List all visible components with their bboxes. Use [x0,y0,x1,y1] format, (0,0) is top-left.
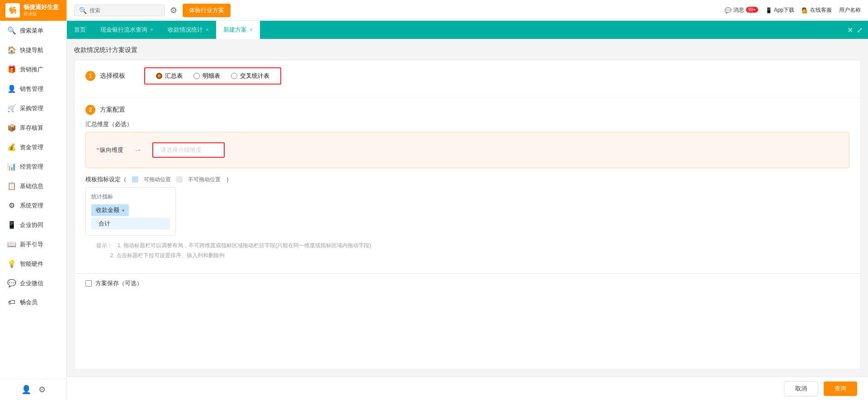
metrics-setting-close-paren: ） [226,175,232,184]
footer-bar: 取消 查询 [67,376,868,400]
query-button[interactable]: 查询 [824,381,857,396]
tip-text-1: 1. 拖动标题栏可以调整布局，不可跨维度或指标区域拖动栏目字段(只能在同一维度或… [118,241,371,251]
tab-bank-flow[interactable]: 现金银行流水查询 × [93,21,160,39]
sidebar-item-label: 销售管理 [20,85,43,93]
member-icon: 🏷 [7,298,16,306]
logo-badge: 标准版 [24,11,59,17]
sidebar-item-search-menu[interactable]: 🔍 搜索菜单 [0,21,66,40]
search-input[interactable] [90,7,148,14]
sidebar-item-quick-nav[interactable]: 🏠 快捷导航 [0,40,66,60]
marketing-icon: 🎁 [7,65,16,74]
save-checkbox[interactable] [85,280,92,287]
sidebar-item-corp-wechat[interactable]: 💬 企业微信 [0,273,66,293]
metrics-section: 模板指标设定（ 可拖动位置 不可拖动位置 ） 统计指标 收款金额 [85,175,849,235]
dimension-arrow-icon: → [134,146,142,154]
sidebar-item-smart-hw[interactable]: 💡 智能硬件 [0,254,66,273]
close-window-icon[interactable]: ✕ [847,26,853,34]
corp-wechat-icon: 💬 [7,279,16,287]
smart-hw-icon: 💡 [7,259,16,268]
download-button[interactable]: 📱 App下载 [765,6,794,14]
search-bar[interactable]: 🔍 [74,5,165,16]
tab-bank-flow-close[interactable]: × [150,27,153,33]
sys-manage-icon: ⚙ [7,201,16,210]
sidebar-item-collab[interactable]: 📱 企业协同 [0,215,66,235]
tab-new-plan-label: 新建方案 [223,26,247,34]
step1-title: 选择模板 [100,72,125,80]
sidebar-item-sales[interactable]: 👤 销售管理 [0,79,66,99]
save-section: 方案保存（可选） [75,273,860,293]
tab-collect-stat[interactable]: 收款情况统计 × [160,21,216,39]
top-header: 🔍 ⚙ 体验行业方案 💬 消息 99+ 📱 App下载 💁 在线客服 用户名称 [67,0,868,21]
sidebar-item-basic-info[interactable]: 📋 基础信息 [0,176,66,196]
radio-summary[interactable]: 汇总表 [156,72,183,80]
radio-detail-input[interactable] [193,73,200,79]
template-select-box: 汇总表 明细表 交叉统计表 [144,67,281,85]
sidebar-item-label: 新手引导 [20,240,43,249]
quick-nav-icon: 🏠 [7,46,16,54]
sidebar-footer: 👤 ⚙ [0,379,66,400]
page-content: 收款情况统计方案设置 1 选择模板 汇总表 明细表 [67,39,868,376]
gear-button[interactable]: ⚙ [170,5,177,15]
trial-button[interactable]: 体验行业方案 [183,4,231,17]
sidebar-item-label: 系统管理 [20,202,43,210]
sidebar-item-new-guide[interactable]: 📖 新手引导 [0,235,66,254]
sidebar-item-member[interactable]: 🏷 畅会员 [0,293,66,312]
draggable-label: 可拖动位置 [144,176,171,184]
sales-icon: 👤 [7,85,16,93]
tips-section: 提示： 1. 拖动标题栏可以调整布局，不可跨维度或指标区域拖动栏目字段(只能在同… [85,235,849,266]
message-button[interactable]: 💬 消息 99+ [725,6,758,14]
sidebar-footer-settings[interactable]: ⚙ [38,385,46,395]
page-title: 收款情况统计方案设置 [74,46,861,54]
tip-line-2: 2. 点击标题栏下拉可设置排序、插入列和删除列 [96,251,839,261]
basic-info-icon: 📋 [7,182,16,190]
sidebar: 畅 畅捷通好生意 标准版 🔍 搜索菜单 🏠 快捷导航 🎁 营销推广 👤 销售管理… [0,0,67,400]
sidebar-item-funds[interactable]: 💰 资金管理 [0,137,66,157]
step2-number: 2 [85,105,95,115]
tip-prefix: 提示： [96,241,116,251]
metric-tag-amount[interactable]: 收款金额 ▾ [91,204,129,216]
tab-collect-stat-close[interactable]: × [206,27,209,33]
step2-header: 2 方案配置 [85,105,849,115]
maximize-window-icon[interactable]: ⤢ [857,26,863,34]
sidebar-item-purchase[interactable]: 🛒 采购管理 [0,99,66,118]
service-label: 在线客服 [810,6,832,14]
tab-home[interactable]: 首页 [67,21,93,39]
sidebar-logo: 畅 畅捷通好生意 标准版 [0,0,66,21]
cancel-button[interactable]: 取消 [784,381,818,396]
radio-cross[interactable]: 交叉统计表 [231,72,269,80]
sidebar-item-marketing[interactable]: 🎁 营销推广 [0,60,66,79]
tab-new-plan[interactable]: 新建方案 × [216,21,260,39]
dimension-placeholder: 请选择分组维度 [160,146,202,154]
download-label: App下载 [774,6,794,14]
non-draggable-label: 不可拖动位置 [188,176,221,184]
search-menu-icon: 🔍 [7,26,16,35]
sidebar-item-label: 资金管理 [20,143,43,151]
summary-dim-title: 汇总维度（必选） [85,120,849,128]
sidebar-item-operations[interactable]: 📊 经营管理 [0,157,66,176]
sidebar-item-label: 企业协同 [20,221,43,229]
sidebar-item-label: 营销推广 [20,66,43,74]
sidebar-item-sys-manage[interactable]: ⚙ 系统管理 [0,196,66,215]
radio-summary-input[interactable] [156,73,162,79]
sidebar-item-label: 快捷导航 [20,46,43,54]
dimension-area: *纵向维度 → 请选择分组维度 [85,132,849,168]
radio-detail[interactable]: 明细表 [193,72,220,80]
sidebar-item-label: 畅会员 [20,298,38,306]
sidebar-footer-user[interactable]: 👤 [21,385,31,395]
message-badge: 99+ [746,7,758,13]
metric-tag-amount-label: 收款金额 [96,206,119,214]
draggable-dot-icon [132,176,138,183]
step2-content: 汇总维度（必选） *纵向维度 → 请选择分组维度 模板指标设定（ [85,120,849,266]
sidebar-item-label: 库存核算 [20,124,43,132]
tab-bank-flow-label: 现金银行流水查询 [100,26,147,34]
sidebar-item-inventory[interactable]: 📦 库存核算 [0,118,66,137]
metric-tag-row: 收款金额 ▾ [91,204,170,216]
tab-bar: 首页 现金银行流水查询 × 收款情况统计 × 新建方案 × ✕ ⤢ [67,21,868,39]
tab-new-plan-close[interactable]: × [250,27,253,33]
radio-cross-input[interactable] [231,73,237,79]
dimension-select-box[interactable]: 请选择分组维度 [152,142,225,158]
service-button[interactable]: 💁 在线客服 [802,6,832,14]
step1-number: 1 [85,71,95,81]
metrics-setting-label: 模板指标设定（ [85,175,127,184]
username-label[interactable]: 用户名称 [839,6,861,14]
